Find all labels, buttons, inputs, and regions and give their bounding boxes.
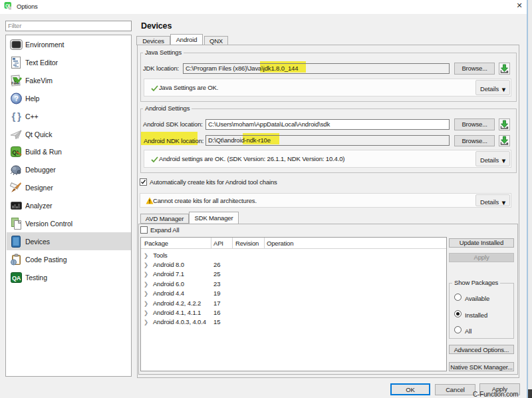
svg-text:?: ? xyxy=(14,95,19,102)
svg-text:Fake: Fake xyxy=(11,81,19,85)
svg-text:{ }: { } xyxy=(11,110,21,122)
svg-text:QA: QA xyxy=(12,274,21,281)
svg-text:Qt: Qt xyxy=(5,3,11,9)
